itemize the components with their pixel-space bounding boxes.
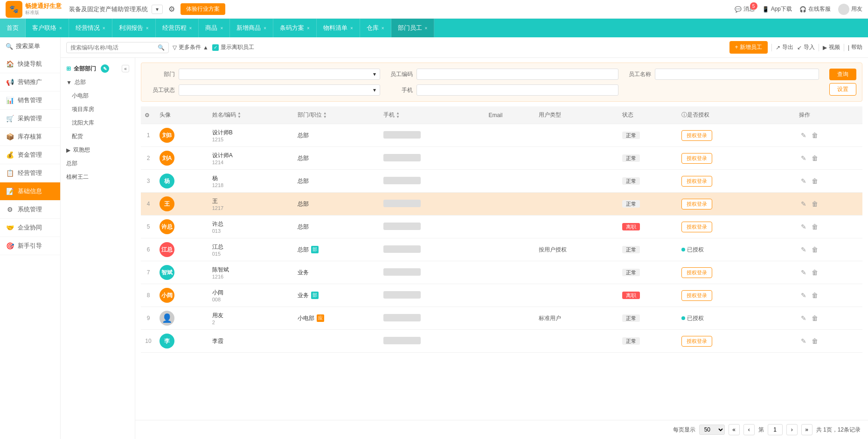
sidebar-item-finance[interactable]: 💰 资金管理 (0, 146, 60, 164)
nav-close-bizstatus[interactable]: × (103, 26, 105, 31)
query-button[interactable]: 查询 (829, 69, 856, 80)
delete-btn[interactable]: 🗑 (810, 314, 820, 323)
nav-close-bom[interactable]: × (350, 26, 353, 31)
nav-close-employee[interactable]: × (425, 26, 428, 31)
edit-btn[interactable]: ✎ (799, 153, 808, 163)
nav-close-profit[interactable]: × (146, 26, 149, 31)
delete-btn[interactable]: 🗑 (810, 268, 820, 277)
nav-item-barcode[interactable]: 条码方案 × (273, 19, 317, 37)
auth-login-btn[interactable]: 授权登录 (681, 267, 712, 278)
sidebar-item-nav[interactable]: 🏠 快捷导航 (0, 55, 60, 73)
dept-item-xiangmuhouse[interactable]: 项目库房 (61, 103, 135, 116)
gear-btn[interactable]: ⚙ (167, 3, 177, 15)
sidebar-item-guide[interactable]: 🎯 新手引导 (0, 237, 60, 255)
edit-btn[interactable]: ✎ (799, 291, 808, 300)
edit-btn[interactable]: ✎ (799, 176, 808, 186)
nav-item-home[interactable]: 首页 (0, 19, 26, 37)
dept-item-zongbu[interactable]: 总部 (61, 157, 135, 170)
filter-empname-input[interactable] (655, 69, 819, 80)
delete-btn[interactable]: 🗑 (810, 131, 820, 140)
auth-login-btn[interactable]: 授权登录 (681, 336, 712, 347)
msg-btn[interactable]: 💬 消息 5 (735, 5, 755, 13)
edit-btn[interactable]: ✎ (799, 268, 808, 277)
th-dept[interactable]: 部门/职位 ▲▼ (294, 106, 380, 124)
trial-btn[interactable]: 体验行业方案 (181, 3, 225, 15)
dept-item-shuangbaoxiang[interactable]: ▶ 双胞想 (61, 143, 135, 157)
auth-login-btn[interactable]: 授权登录 (681, 130, 712, 141)
nav-item-bom[interactable]: 物料清单 × (317, 19, 360, 37)
auth-login-btn[interactable]: 授权登录 (681, 153, 712, 164)
delete-btn[interactable]: 🗑 (810, 336, 820, 346)
page-number-input[interactable] (768, 424, 783, 435)
page-size-select[interactable]: 50 100 (699, 425, 725, 435)
auth-login-btn[interactable]: 授权登录 (681, 176, 712, 187)
sidebar-item-sales[interactable]: 📊 销售管理 (0, 91, 60, 110)
export-button[interactable]: ↗ 导出 (776, 43, 793, 51)
filter-phone-input[interactable] (417, 84, 618, 96)
edit-btn[interactable]: ✎ (799, 222, 808, 231)
filter-status-select[interactable]: ▾ (179, 84, 380, 96)
add-employee-button[interactable]: + 新增员工 (729, 41, 768, 54)
delete-btn[interactable]: 🗑 (810, 245, 820, 254)
nav-item-goods[interactable]: 商品 × (199, 19, 230, 37)
sidebar-item-operations[interactable]: 📋 经营管理 (0, 164, 60, 182)
edit-btn[interactable]: ✎ (799, 199, 808, 209)
system-dropdown-btn[interactable]: ▾ (152, 5, 163, 14)
auth-login-btn[interactable]: 授权登录 (681, 199, 712, 209)
dept-edit-btn[interactable]: ✎ (101, 64, 109, 73)
nav-item-newgoods[interactable]: 新增商品 × (230, 19, 273, 37)
sidebar-item-collab[interactable]: 🤝 企业协同 (0, 219, 60, 237)
delete-btn[interactable]: 🗑 (810, 153, 820, 163)
edit-btn[interactable]: ✎ (799, 314, 808, 323)
nav-item-profit[interactable]: 利润报告 × (112, 19, 156, 37)
sidebar-item-marketing[interactable]: 📢 营销推广 (0, 73, 60, 91)
help-button[interactable]: | 帮助 (848, 43, 862, 51)
sidebar-item-purchase[interactable]: 🛒 采购管理 (0, 110, 60, 128)
nav-item-bizstatus[interactable]: 经营情况 × (69, 19, 112, 37)
user-btn[interactable]: 用友 (838, 4, 862, 15)
delete-btn[interactable]: 🗑 (810, 291, 820, 300)
search-input[interactable] (70, 44, 155, 51)
nav-close-warehouse[interactable]: × (382, 26, 384, 31)
dept-item-headquarter-parent[interactable]: ▼ 总部 (61, 76, 135, 89)
set-button[interactable]: 设置 (829, 83, 856, 96)
nav-close-goods[interactable]: × (220, 26, 223, 31)
nav-item-bizhistory[interactable]: 经营历程 × (156, 19, 199, 37)
delete-btn[interactable]: 🗑 (810, 222, 820, 231)
nav-close-newgoods[interactable]: × (264, 26, 266, 31)
next-page-btn[interactable]: › (786, 424, 798, 435)
nav-item-employee[interactable]: 部门员工 × (391, 19, 435, 37)
service-btn[interactable]: 🎧 在线客服 (799, 5, 831, 13)
nav-item-customer[interactable]: 客户联络 × (26, 19, 69, 37)
delete-btn[interactable]: 🗑 (810, 176, 820, 186)
edit-btn[interactable]: ✎ (799, 336, 808, 346)
sidebar-item-basic[interactable]: 📝 基础信息 (0, 182, 60, 201)
edit-btn[interactable]: ✎ (799, 131, 808, 140)
delete-btn[interactable]: 🗑 (810, 199, 820, 209)
auth-login-btn[interactable]: 授权登录 (681, 222, 712, 232)
view-button[interactable]: ▶ 视频 (823, 43, 840, 51)
th-phone[interactable]: 手机 ▲▼ (380, 106, 485, 124)
import-button[interactable]: ↙ 导入 (797, 43, 815, 51)
auth-login-btn[interactable]: 授权登录 (681, 290, 712, 301)
prev-page-btn[interactable]: ‹ (743, 424, 755, 435)
edit-btn[interactable]: ✎ (799, 245, 808, 254)
dept-item-shenyang[interactable]: 沈阳大库 (61, 116, 135, 130)
dept-item-zhishu[interactable]: 植树王二 (61, 170, 135, 184)
dept-item-xiaodibu[interactable]: 小电部 (61, 89, 135, 103)
app-download-btn[interactable]: 📱 App下载 (762, 5, 792, 13)
nav-close-bizhistory[interactable]: × (189, 26, 192, 31)
filter-empcode-input[interactable] (417, 69, 618, 80)
show-resign-checkbox[interactable]: ✓ 显示离职员工 (212, 43, 254, 51)
sidebar-item-inventory[interactable]: 📦 库存核算 (0, 128, 60, 146)
nav-close-barcode[interactable]: × (307, 26, 310, 31)
nav-item-warehouse[interactable]: 仓库 × (360, 19, 391, 37)
dept-item-peihuo[interactable]: 配货 (61, 130, 135, 143)
sidebar-item-search[interactable]: 🔍 搜索菜单 (0, 37, 60, 55)
th-name[interactable]: 姓名/编码 ▲▼ (208, 106, 294, 124)
more-filter-btn[interactable]: ▽ 更多条件 ▲ (173, 43, 208, 51)
dept-collapse-btn[interactable]: « (122, 65, 129, 72)
sidebar-item-system[interactable]: ⚙ 系统管理 (0, 201, 60, 219)
filter-dept-select[interactable]: ▾ (179, 69, 380, 80)
search-box[interactable]: 🔍 (66, 42, 169, 53)
